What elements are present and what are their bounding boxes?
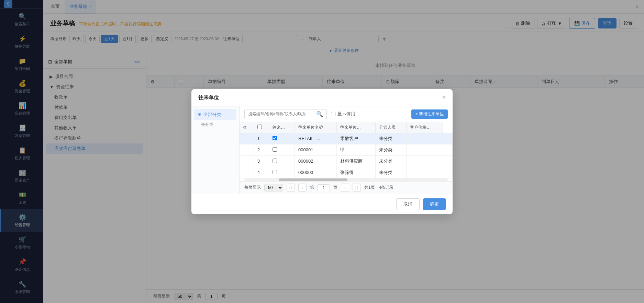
row-price-cell [443, 144, 453, 155]
modal-next-page-btn[interactable]: › [341, 184, 349, 192]
row-checkbox[interactable] [273, 136, 277, 140]
row-code-cell: 000003 [295, 167, 337, 178]
add-partner-label: + 新增往来单位 [415, 112, 444, 116]
row-checkbox[interactable] [273, 147, 277, 152]
modal-page-suffix: 页 [333, 185, 337, 190]
row-checkbox[interactable] [273, 170, 277, 174]
modal-table-row[interactable]: 2 000001 甲 未分类 [240, 144, 453, 155]
modal-dialog: 往来单位 × ⊞ 全部分类 未分类 [191, 89, 453, 214]
row-manager-cell [407, 167, 443, 178]
row-category-cell: 未分类 [375, 155, 406, 167]
row-price-cell [443, 133, 453, 144]
row-num-cell: 2 [254, 144, 269, 155]
row-code-cell: RETAIL_… [295, 133, 337, 144]
row-manager-cell [407, 133, 443, 144]
row-price-cell [443, 155, 453, 167]
modal-toolbar: 🔍 显示停用 + 新增往来单位 [240, 106, 453, 122]
modal-page-input[interactable] [318, 184, 330, 191]
row-code-cell: 000001 [295, 144, 337, 155]
modal-sidebar-item-unclassified[interactable]: 未分类 [194, 120, 236, 129]
row-name-cell: 甲 [337, 144, 376, 155]
modal-overlay: 往来单位 × ⊞ 全部分类 未分类 [0, 0, 644, 303]
row-num-cell: 1 [254, 133, 269, 144]
modal-search-icon: 🔍 [316, 111, 323, 117]
row-checkbox[interactable] [273, 159, 277, 163]
row-checkbox-cell[interactable] [269, 167, 295, 178]
modal-search-box: 🔍 [244, 109, 327, 119]
row-name-cell: 张筛得 [337, 167, 376, 178]
row-checkbox-cell[interactable] [269, 133, 295, 144]
modal-search-input[interactable] [248, 112, 314, 116]
modal-sidebar-item-all[interactable]: ⊞ 全部分类 [194, 109, 236, 120]
modal-scrollbar-thumb [279, 178, 347, 181]
modal-prev-page-btn[interactable]: ‹ [298, 184, 307, 192]
row-name-cell: 材料供应商 [337, 155, 376, 167]
modal-footer-bar: 每页显示 50 100 ⟨⟨ ‹ 第 页 › ⟩⟩ 共1页，4条记录 [240, 181, 453, 194]
modal-col-price: 客户价格… [407, 122, 443, 133]
modal-col-checkbox[interactable] [254, 122, 269, 133]
row-manager-cell [407, 155, 443, 167]
modal-cancel-button[interactable]: 取消 [396, 198, 420, 210]
row-num-cell: 4 [254, 167, 269, 178]
show-disabled-text: 显示停用 [337, 111, 355, 117]
show-disabled-checkbox[interactable] [331, 112, 335, 116]
modal-sidebar: ⊞ 全部分类 未分类 [191, 106, 240, 194]
modal-table-wrapper: ⚙ 往来… 往来单位名称 往来单位… 分管人员 客户价格… 1 [240, 122, 453, 178]
modal-page-size-select[interactable]: 50 100 [264, 184, 283, 191]
modal-table-row[interactable]: 1 RETAIL_… 零散客户 未分类 [240, 133, 453, 144]
row-checkbox-cell[interactable] [269, 144, 295, 155]
modal-page-label: 第 [310, 185, 314, 190]
all-categories-icon: ⊞ [198, 112, 201, 117]
modal-col-settings[interactable]: ⚙ [240, 122, 254, 133]
row-price-cell [443, 167, 453, 178]
row-category-cell: 未分类 [375, 167, 406, 178]
modal-table-row[interactable]: 4 000003 张筛得 未分类 [240, 167, 453, 178]
modal-title: 往来单位 [198, 94, 219, 101]
modal-page-size-label: 每页显示 [244, 185, 261, 190]
show-disabled-label[interactable]: 显示停用 [331, 111, 355, 117]
modal-sidebar-unclassified-label: 未分类 [201, 122, 213, 127]
modal-close-button[interactable]: × [442, 94, 446, 101]
row-settings-cell [240, 167, 254, 178]
modal-confirm-button[interactable]: 确定 [423, 198, 446, 210]
modal-col-name: 往来单位名称 [295, 122, 337, 133]
row-code-cell: 000002 [295, 155, 337, 167]
row-category-cell: 未分类 [375, 133, 406, 144]
row-settings-cell [240, 133, 254, 144]
row-manager-cell [407, 144, 443, 155]
modal-total-label: 共1页，4条记录 [364, 185, 393, 190]
modal-table: ⚙ 往来… 往来单位名称 往来单位… 分管人员 客户价格… 1 [240, 122, 453, 178]
modal-table-row[interactable]: 3 000002 材料供应商 未分类 [240, 155, 453, 167]
modal-col-manager: 分管人员 [375, 122, 406, 133]
row-name-cell: 零散客户 [337, 133, 376, 144]
modal-scrollbar[interactable] [244, 178, 448, 181]
modal-header: 往来单位 × [191, 89, 453, 106]
row-category-cell: 未分类 [375, 144, 406, 155]
modal-body: ⊞ 全部分类 未分类 🔍 [191, 106, 453, 194]
add-partner-button[interactable]: + 新增往来单位 [411, 109, 448, 119]
modal-content: 🔍 显示停用 + 新增往来单位 [240, 106, 453, 194]
row-checkbox-cell[interactable] [269, 155, 295, 167]
row-settings-cell [240, 144, 254, 155]
modal-actions: 取消 确定 [191, 194, 453, 214]
modal-col-code: 往来… [269, 122, 295, 133]
row-settings-cell [240, 155, 254, 167]
modal-sidebar-item-all-label: 全部分类 [203, 112, 221, 118]
row-num-cell: 3 [254, 155, 269, 167]
modal-toolbar-left: 🔍 显示停用 [244, 109, 355, 119]
modal-col-category: 往来单位… [337, 122, 376, 133]
modal-last-page-btn[interactable]: ⟩⟩ [353, 184, 361, 192]
modal-select-all[interactable] [257, 125, 262, 129]
modal-first-page-btn[interactable]: ⟨⟨ [287, 184, 295, 192]
